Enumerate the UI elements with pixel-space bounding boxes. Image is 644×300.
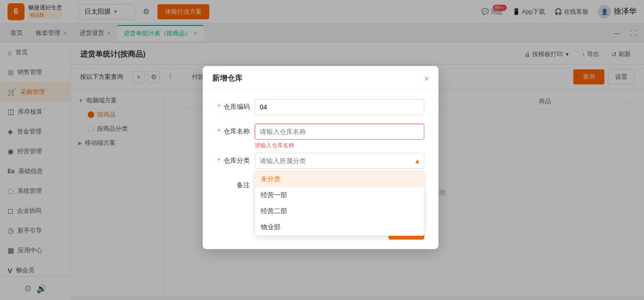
modal-title: 新增仓库: [212, 74, 242, 83]
warehouse-code-input[interactable]: [255, 99, 424, 115]
category-dropdown-list: 未分类 经营一部 经营二部 物业部: [255, 171, 424, 236]
category-input[interactable]: [255, 153, 424, 169]
name-label: * 仓库名称: [217, 124, 255, 136]
category-required: *: [218, 157, 220, 164]
form-row-category: * 仓库分类 ▲ 未分类 经营一部 经营二部 物业部: [217, 153, 424, 169]
modal-close-button[interactable]: ×: [424, 75, 429, 83]
dropdown-option-none[interactable]: 未分类: [255, 171, 424, 187]
name-error-message: 请输入仓库名称: [255, 142, 294, 150]
add-warehouse-modal: 新增仓库 × * 仓库编码 * 仓库名称 请输入仓库名称 *: [203, 66, 438, 249]
dropdown-option-dept2[interactable]: 经营二部: [255, 203, 424, 219]
modal-header: 新增仓库 ×: [203, 66, 438, 90]
category-dropdown-wrapper: ▲ 未分类 经营一部 经营二部 物业部: [255, 153, 424, 169]
dropdown-option-property[interactable]: 物业部: [255, 219, 424, 235]
dropdown-arrow-icon[interactable]: ▲: [414, 157, 421, 165]
remark-label: 备注: [217, 177, 255, 190]
category-label: * 仓库分类: [217, 153, 255, 165]
form-row-code: * 仓库编码: [217, 99, 424, 115]
modal-body: * 仓库编码 * 仓库名称 请输入仓库名称 * 仓库分类 ▲: [203, 90, 438, 224]
warehouse-name-input[interactable]: [255, 124, 424, 140]
name-required: *: [218, 127, 220, 135]
code-required: *: [218, 103, 220, 110]
dropdown-option-dept1[interactable]: 经营一部: [255, 187, 424, 203]
code-label: * 仓库编码: [217, 99, 255, 111]
form-row-name: * 仓库名称 请输入仓库名称: [217, 124, 424, 140]
name-input-wrapper: 请输入仓库名称: [255, 124, 424, 140]
